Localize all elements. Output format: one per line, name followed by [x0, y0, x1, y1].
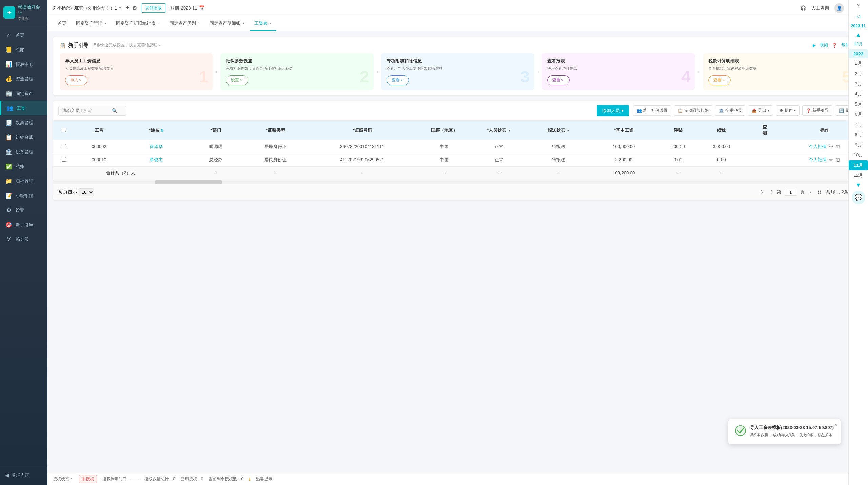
- unpin-button[interactable]: ◀ 取消固定: [5, 469, 42, 481]
- rs-month-3[interactable]: 3月: [849, 79, 868, 89]
- sidebar-item-vip[interactable]: V 畅会员: [0, 232, 47, 246]
- export-button[interactable]: 📤 导出 ▾: [748, 105, 773, 116]
- sidebar-item-archive[interactable]: 📁 归档管理: [0, 174, 47, 188]
- rs-down-button[interactable]: ▼: [854, 181, 863, 189]
- sidebar-item-reports[interactable]: 📊 报表中心: [0, 57, 47, 72]
- tab-detail-close[interactable]: ×: [242, 21, 244, 25]
- tax-filing-button[interactable]: 🏦 个税申报: [715, 105, 745, 116]
- rs-month-5[interactable]: 5月: [849, 99, 868, 109]
- select-all-checkbox[interactable]: [62, 128, 66, 132]
- rs-month-6[interactable]: 6月: [849, 109, 868, 119]
- prev-page-button[interactable]: ⟨: [768, 189, 774, 195]
- rs-month-1[interactable]: 1月: [849, 58, 868, 69]
- tab-category[interactable]: 固定资产类别 ×: [165, 17, 205, 31]
- sidebar-item-fixed-assets[interactable]: 🏢 固定资产: [0, 86, 47, 101]
- tab-fixed-assets[interactable]: 固定资产管理 ×: [71, 17, 111, 31]
- row1-delete-icon[interactable]: 🗑: [836, 144, 840, 149]
- export-icon: 📤: [752, 108, 757, 113]
- tab-fixed-assets-close[interactable]: ×: [104, 21, 106, 25]
- switch-version-button[interactable]: 切到旧版: [141, 3, 166, 13]
- rs-year-2023[interactable]: 2023: [849, 49, 868, 58]
- sidebar-item-payroll[interactable]: 👥 工资: [0, 101, 47, 115]
- tab-category-close[interactable]: ×: [198, 21, 200, 25]
- rs-month-4[interactable]: 4月: [849, 89, 868, 99]
- rs-month-8[interactable]: 8月: [849, 130, 868, 140]
- rs-month-2[interactable]: 2月: [849, 69, 868, 79]
- tab-depreciation[interactable]: 固定资产折旧统计表 ×: [111, 17, 164, 31]
- guide-step-5-button[interactable]: 查看＞: [708, 75, 731, 85]
- first-page-button[interactable]: ⟨⟨: [758, 189, 766, 195]
- rs-expand-button[interactable]: ◁: [854, 11, 863, 22]
- rs-month-12prev[interactable]: 12月: [849, 39, 868, 49]
- search-icon: 🔍: [112, 108, 117, 113]
- report-status-filter-icon[interactable]: ▼: [567, 129, 570, 132]
- rs-month-10[interactable]: 10月: [849, 150, 868, 160]
- row2-social-insurance-link[interactable]: 个人社保: [809, 157, 827, 162]
- guide-video-icon: ▶: [813, 43, 816, 48]
- search-input[interactable]: [62, 108, 110, 113]
- rs-feedback-button[interactable]: 💬: [852, 191, 865, 204]
- tab-payroll-close[interactable]: ×: [270, 21, 272, 25]
- toast-close-button[interactable]: ×: [834, 422, 837, 427]
- row2-delete-icon[interactable]: 🗑: [836, 157, 840, 162]
- row1-checkbox[interactable]: [62, 144, 66, 148]
- sidebar-item-home[interactable]: ⌂ 首页: [0, 28, 47, 42]
- sidebar-item-settings[interactable]: ⚙ 设置: [0, 203, 47, 218]
- add-account-icon[interactable]: +: [126, 4, 130, 12]
- row2-name-link[interactable]: 李俊杰: [150, 157, 163, 162]
- page-number-input[interactable]: [784, 189, 797, 196]
- sidebar: ✦ 畅捷通好会计 专业版 ⌂ 首页 📒 总账 📊 报表中心 💰 资金管理 🏢 固…: [0, 0, 47, 485]
- guide-step-1-button[interactable]: 导入＞: [65, 75, 87, 85]
- add-person-button[interactable]: 添加人员 ▾: [597, 105, 629, 116]
- row1-edit-icon[interactable]: ✏: [829, 144, 833, 149]
- rs-year-display: 2023.11: [850, 22, 867, 31]
- name-sort-icon[interactable]: ⇅: [160, 129, 163, 132]
- calendar-icon[interactable]: 📅: [199, 5, 204, 11]
- page-size-select[interactable]: 10: [79, 188, 94, 196]
- sidebar-item-guide[interactable]: 🎯 新手引导: [0, 218, 47, 232]
- guide-step-4-button[interactable]: 查看＞: [547, 75, 570, 85]
- tab-depreciation-close[interactable]: ×: [158, 21, 160, 25]
- sidebar-item-ledger[interactable]: 📒 总账: [0, 42, 47, 57]
- special-deduction-button[interactable]: 📋 专项附加扣除: [674, 105, 712, 116]
- page-label-suffix: 页: [800, 189, 805, 195]
- guide-step-1-desc: 人员信息及工资数据新增导入: [65, 66, 207, 71]
- rs-month-11-active[interactable]: 11月: [849, 160, 868, 170]
- social-insurance-label: 统一社保设置: [643, 108, 668, 113]
- account-dropdown-arrow[interactable]: ▼: [118, 6, 122, 10]
- rs-month-12[interactable]: 12月: [849, 170, 868, 181]
- personnel-status-filter-icon[interactable]: ▼: [508, 129, 511, 132]
- sidebar-item-expenses[interactable]: 🧾 发票管理: [0, 115, 47, 130]
- ai-consult-link[interactable]: 人工咨询: [811, 5, 829, 11]
- guide-step-3-button[interactable]: 查看＞: [387, 75, 409, 85]
- rs-month-9[interactable]: 9月: [849, 140, 868, 150]
- summary-base-salary-total: 103,200.00: [591, 166, 656, 180]
- sidebar-item-funds[interactable]: 💰 资金管理: [0, 72, 47, 86]
- sidebar-item-settlement-label: 结账: [16, 164, 24, 170]
- last-page-button[interactable]: ⟩⟩: [816, 189, 823, 195]
- operations-button[interactable]: ⚙ 操作 ▾: [776, 105, 800, 116]
- social-insurance-button[interactable]: 👥 统一社保设置: [633, 105, 671, 116]
- rs-close-button[interactable]: ×: [854, 0, 862, 11]
- sidebar-item-settlement[interactable]: ✅ 结账: [0, 159, 47, 174]
- tab-detail[interactable]: 固定资产明细账 ×: [205, 17, 249, 31]
- rs-up-button[interactable]: ▲: [854, 31, 863, 39]
- guide-video-link[interactable]: 视频: [820, 42, 828, 48]
- rs-month-7[interactable]: 7月: [849, 119, 868, 130]
- tab-payroll[interactable]: 工资表 ×: [250, 17, 276, 31]
- row1-name-link[interactable]: 徐泽华: [150, 144, 163, 149]
- row2-checkbox[interactable]: [62, 157, 66, 162]
- new-guide-button[interactable]: ❓ 新手引导: [802, 105, 832, 116]
- pagination-controls: ⟨⟨ ⟨ 第 页 ⟩ ⟩⟩ 共1页，2条记录: [758, 189, 857, 196]
- tab-home[interactable]: 首页: [53, 17, 71, 31]
- guide-step-2-button[interactable]: 设置＞: [226, 75, 248, 85]
- horizontal-scrollbar[interactable]: [53, 180, 863, 184]
- sidebar-item-tax[interactable]: 🏦 税务管理: [0, 145, 47, 159]
- header-settings-icon[interactable]: ⚙: [132, 5, 137, 11]
- next-page-button[interactable]: ⟩: [807, 189, 813, 195]
- row2-edit-icon[interactable]: ✏: [829, 157, 833, 162]
- guide-step-3-title: 专项附加扣除信息: [387, 58, 529, 64]
- row1-social-insurance-link[interactable]: 个人社保: [809, 144, 827, 149]
- sidebar-item-purchase-sales[interactable]: 📋 进销台账: [0, 130, 47, 145]
- sidebar-item-expense-report[interactable]: 📝 小畅报销: [0, 188, 47, 203]
